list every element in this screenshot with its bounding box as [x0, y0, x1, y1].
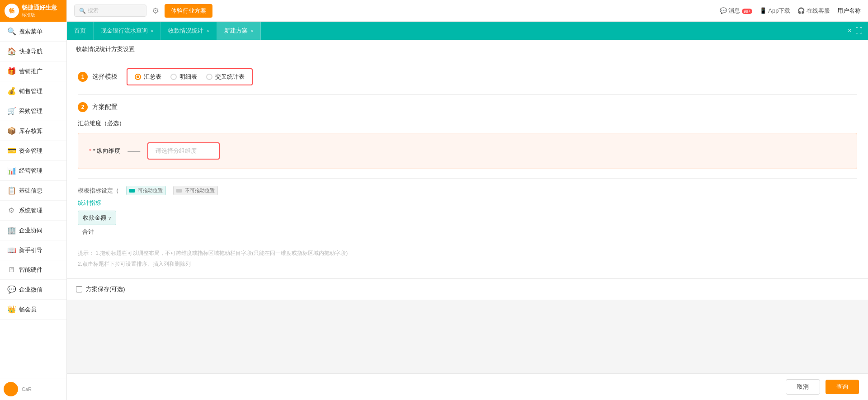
query-button[interactable]: 查询	[826, 380, 859, 394]
radio-summary[interactable]: 汇总表	[135, 73, 161, 81]
save-label: 方案保存(可选)	[86, 285, 125, 293]
sidebar-item-label: 智能硬件	[19, 266, 42, 274]
search-placeholder: 搜索	[88, 7, 99, 14]
search-icon: 🔍	[79, 8, 86, 14]
system-icon: ⚙	[7, 206, 15, 215]
tab-bank-flow-close[interactable]: ×	[151, 28, 153, 33]
sidebar-item-system[interactable]: ⚙ 系统管理	[0, 201, 66, 221]
sidebar-item-weixin[interactable]: 💬 企业微信	[0, 280, 66, 300]
window-close-icon[interactable]: ×	[848, 27, 852, 35]
user-name: CaR	[22, 386, 32, 392]
dimension-title-text: 汇总维度（必选）	[78, 120, 125, 127]
tab-bank-flow[interactable]: 现金银行流水查询 ×	[94, 22, 161, 40]
step1-row: 1 选择模板 汇总表 明细表 交叉统计表	[78, 68, 857, 85]
fullscreen-icon[interactable]: ⛶	[855, 27, 863, 35]
industry-btn[interactable]: 体验行业方案	[165, 4, 212, 18]
sidebar-item-operations[interactable]: 📊 经营管理	[0, 161, 66, 181]
page-title: 收款情况统计方案设置	[76, 46, 135, 52]
finance-icon: 💳	[7, 146, 15, 155]
step1-badge: 1	[78, 72, 88, 82]
inventory-icon: 📦	[7, 127, 15, 135]
purchase-icon: 🛒	[7, 107, 15, 115]
step2-label: 方案配置	[92, 103, 118, 111]
sidebar-item-enterprise[interactable]: 🏢 企业协同	[0, 221, 66, 240]
weixin-icon: 💬	[7, 285, 15, 294]
sidebar-item-label: 经营管理	[19, 167, 42, 175]
user-name-display[interactable]: 用户名称	[837, 7, 861, 15]
sidebar-item-label: 采购管理	[19, 107, 42, 115]
metrics-table: 统计指标 收款金额 ∨ 合计	[78, 199, 857, 239]
sidebar-item-label: 企业协同	[19, 226, 42, 235]
dimension-area: * * 纵向维度 —— 请选择分组维度	[78, 133, 857, 169]
hint-1: 提示： 1.拖动标题栏可以调整布局，不可跨维度或指标区域拖动栏目字段(只能在同一…	[78, 248, 857, 259]
dimension-placeholder: 请选择分组维度	[156, 147, 197, 155]
dimension-title: 汇总维度（必选）	[78, 119, 857, 127]
main-area: 🔍 搜索 ⚙ 体验行业方案 💬 消息 99+ 📱 App下载 🎧 在线客服 用户…	[67, 0, 868, 400]
search-menu-icon: 🔍	[7, 27, 15, 36]
step2-row: 2 方案配置	[78, 102, 857, 112]
sidebar-item-label: 销售管理	[19, 87, 42, 95]
metric-item-amount[interactable]: 收款金额 ∨	[78, 211, 116, 225]
sidebar-footer: CaR	[0, 378, 66, 400]
cancel-button[interactable]: 取消	[786, 379, 820, 395]
sidebar-item-marketing[interactable]: 🎁 营销推广	[0, 61, 66, 81]
radio-cross-circle	[206, 74, 212, 80]
message-area[interactable]: 💬 消息 99+	[720, 7, 753, 15]
basic-info-icon: 📋	[7, 186, 15, 195]
step2-section: 2 方案配置 汇总维度（必选） * * 纵向维度 —— 请选择分组维度	[78, 94, 857, 269]
radio-detail-label: 明细表	[179, 73, 197, 81]
sidebar-item-guide[interactable]: 📖 新手引导	[0, 240, 66, 260]
sidebar-item-search-menu[interactable]: 🔍 搜索菜单	[0, 22, 66, 42]
logo-badge: 标准版	[22, 12, 57, 18]
sidebar-item-hardware[interactable]: 🖥 智能硬件	[0, 260, 66, 280]
sidebar-logo: 畅 畅捷通好生意 标准版	[0, 0, 66, 22]
form-section: 1 选择模板 汇总表 明细表 交叉统计表	[67, 59, 868, 278]
radio-cross[interactable]: 交叉统计表	[206, 73, 245, 81]
home-icon: 🏠	[7, 47, 15, 56]
sidebar-item-purchase[interactable]: 🛒 采购管理	[0, 101, 66, 121]
sidebar-item-sales[interactable]: 💰 销售管理	[0, 81, 66, 101]
tab-receipt-stats-label: 收款情况统计	[168, 27, 203, 35]
sidebar-item-finance[interactable]: 💳 资金管理	[0, 141, 66, 161]
sidebar-item-member[interactable]: 👑 畅会员	[0, 300, 66, 320]
sidebar-item-basic-info[interactable]: 📋 基础信息	[0, 181, 66, 201]
page-header: 收款情况统计方案设置	[67, 40, 868, 59]
template-selection-box: 汇总表 明细表 交叉统计表	[127, 68, 253, 85]
draggable-tag-icon	[129, 189, 135, 193]
metric-amount-label: 收款金额	[83, 214, 106, 222]
online-service[interactable]: 🎧 在线客服	[797, 7, 830, 15]
message-badge: 99+	[742, 9, 752, 14]
tab-receipt-stats[interactable]: 收款情况统计 ×	[161, 22, 217, 40]
sidebar-menu: 🔍 搜索菜单 🏠 快捷导航 🎁 营销推广 💰 销售管理 🛒 采购管理 📦 库存核…	[0, 22, 66, 378]
tab-new-plan[interactable]: 新建方案 ×	[217, 22, 261, 40]
dimension-direction-label: * 纵向维度	[93, 147, 121, 154]
metrics-section: 模板指标设定（ 可拖动位置 不可拖动位置 统计指标	[78, 186, 857, 239]
sidebar-item-inventory[interactable]: 📦 库存核算	[0, 121, 66, 141]
gear-icon[interactable]: ⚙	[152, 6, 159, 16]
logo-icon: 畅	[5, 4, 19, 18]
tab-bar: 首页 现金银行流水查询 × 收款情况统计 × 新建方案 × × ⛶	[67, 22, 868, 40]
sidebar-item-label: 新手引导	[19, 246, 42, 254]
user-avatar	[4, 382, 18, 396]
radio-detail-circle	[170, 74, 177, 80]
sidebar-item-label: 资金管理	[19, 147, 42, 155]
footer-bar: 取消 查询	[67, 373, 868, 400]
sidebar-item-quick-nav[interactable]: 🏠 快捷导航	[0, 42, 66, 61]
metric-chevron-icon: ∨	[108, 216, 111, 221]
sidebar-item-label: 畅会员	[19, 306, 37, 314]
tab-bank-flow-label: 现金银行流水查询	[101, 27, 148, 35]
save-checkbox[interactable]	[76, 286, 82, 292]
dimension-select[interactable]: 请选择分组维度	[147, 142, 220, 160]
sidebar-item-label: 营销推广	[19, 67, 42, 75]
sales-icon: 💰	[7, 87, 15, 95]
metrics-header: 模板指标设定（ 可拖动位置 不可拖动位置	[78, 186, 857, 195]
radio-detail[interactable]: 明细表	[170, 73, 197, 81]
radio-summary-label: 汇总表	[144, 73, 161, 81]
tab-receipt-stats-close[interactable]: ×	[206, 28, 209, 33]
tab-new-plan-close[interactable]: ×	[250, 28, 253, 33]
tab-home[interactable]: 首页	[67, 22, 94, 40]
logo-title: 畅捷通好生意	[22, 4, 57, 12]
enterprise-icon: 🏢	[7, 226, 15, 235]
app-download[interactable]: 📱 App下载	[760, 7, 790, 15]
search-box[interactable]: 🔍 搜索	[74, 5, 146, 17]
